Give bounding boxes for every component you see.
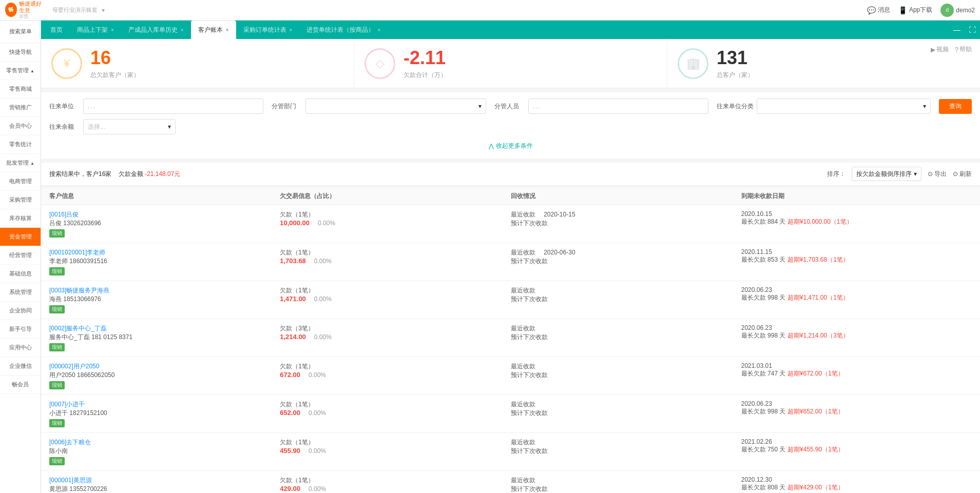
due-date-info: 2020.10.15 最长欠款 884 天 超期¥10,000.00（1笔） (741, 210, 972, 226)
close-icon[interactable]: × (377, 27, 380, 33)
overdue-link[interactable]: 超期¥455.90（1笔） (787, 446, 844, 453)
overdue-link[interactable]: 超期¥1,703.68（1笔） (787, 256, 849, 263)
sidebar-item-ops[interactable]: 经营管理 (0, 246, 41, 265)
top-bar: 畅 畅捷通好生意 示范 母婴行业演示账套 ▾ 💬 消息 📱 App下载 d de… (0, 0, 980, 21)
tab-product-toggle[interactable]: 商品上下架 × (70, 21, 121, 39)
debt-info: 欠款（1笔） 672.00 0.00% (280, 362, 510, 379)
customer-name-link[interactable]: [0001020001]李老师 (49, 249, 105, 256)
sidebar-item-vip-member[interactable]: 畅会员 (0, 376, 41, 394)
sidebar-search-area: 搜索菜单 (0, 21, 41, 43)
stat-card-debtors: ¥ 16 总欠款客户（家） (41, 39, 354, 88)
video-btn[interactable]: ▶ 视频 (931, 45, 949, 54)
customer-name-link[interactable]: [0007]小进千 (49, 401, 85, 408)
sidebar-item-member[interactable]: 会员中心 (0, 117, 41, 135)
overdue-link[interactable]: 超期¥10,000.00（1笔） (787, 218, 853, 225)
filter-input-person[interactable]: ... (528, 98, 708, 114)
tab-purchase-stats[interactable]: 采购订单统计表 × (236, 21, 300, 39)
tab-product-history[interactable]: 产成品入库单历史 × (121, 21, 191, 39)
sidebar-item-enterprise-coop[interactable]: 企业协同 (0, 302, 41, 320)
close-icon[interactable]: × (111, 27, 114, 33)
sidebar-item-ecommerce[interactable]: 电商管理 (0, 172, 41, 191)
debt-value: -2.11 (403, 47, 447, 69)
sidebar-item-retail-stats[interactable]: 零售统计 (0, 135, 41, 154)
help-icon: ? (955, 46, 958, 53)
sidebar-item-enterprise-wechat[interactable]: 企业微信 (0, 357, 41, 376)
tab-customer-account[interactable]: 客户账本 × (191, 21, 236, 39)
customer-tag: 现销 (49, 419, 65, 427)
sidebar-item-retail-mall[interactable]: 零售商城 (0, 80, 41, 98)
debt-info: 欠款（1笔） 1,703.68 0.00% (280, 248, 510, 265)
customer-name-link[interactable]: [000001]黄思源 (49, 477, 92, 484)
user-menu[interactable]: d demo2 (940, 4, 975, 17)
close-icon[interactable]: × (181, 27, 184, 33)
sidebar-item-batch-mgmt[interactable]: 批发管理 ▲ (0, 154, 41, 172)
export-btn[interactable]: ⊙ 导出 (928, 170, 947, 179)
video-icon: ▶ (931, 46, 935, 53)
query-button[interactable]: 查询 (939, 99, 972, 114)
customer-name-link[interactable]: [000002]用户2050 (49, 363, 99, 370)
tab-import-stats[interactable]: 进货单统计表（按商品） × (299, 21, 388, 39)
filter-input-unit[interactable]: ... (83, 98, 263, 114)
col-recovery: 回收情况 (511, 192, 741, 201)
overdue-link[interactable]: 超期¥652.00（1笔） (787, 408, 844, 415)
tabs-maximize-btn[interactable]: ⛶ (967, 26, 978, 34)
filter-select-category[interactable]: ▾ (757, 98, 931, 114)
table-row: [0006]去下粮仓 陈小南 现销 欠款（1笔） 455.90 0.00% (41, 433, 980, 471)
overdue-link[interactable]: 超期¥429.00（1笔） (787, 484, 844, 491)
sidebar-item-finance[interactable]: 资金管理 (0, 228, 41, 246)
tab-home[interactable]: 首页 (43, 21, 70, 39)
due-date-info: 2020.06.23 最长欠款 998 天 超期¥652.00（1笔） (741, 400, 972, 416)
col-customer: 客户信息 (49, 192, 280, 201)
sidebar-item-sys-mgmt[interactable]: 系统管理 (0, 283, 41, 302)
overdue-link[interactable]: 超期¥1,471.00（1笔） (787, 294, 849, 301)
tabs-minimize-btn[interactable]: — (951, 26, 963, 34)
stat-card-debt-total: ◇ -2.11 欠款合计（万） (354, 39, 667, 88)
sidebar-item-retail-mgmt[interactable]: 零售管理 ▲ (0, 62, 41, 80)
customer-phone: 海燕 18513066976 (49, 295, 280, 304)
sidebar: 搜索菜单 快捷导航 零售管理 ▲ 零售商城 营销推广 会员中心 零售统计 批发管… (0, 21, 41, 493)
sidebar-item-quick-nav[interactable]: 快捷导航 (0, 43, 41, 62)
help-btn[interactable]: ? 帮助 (955, 45, 972, 54)
filter-select-balance[interactable]: 选择... ▾ (83, 119, 176, 134)
search-menu-btn[interactable]: 搜索菜单 (0, 25, 41, 38)
recovery-info: 最近收款 预计下次收款 (511, 476, 741, 493)
collapse-row: ⋀ 收起更多条件 (49, 140, 972, 152)
sidebar-item-new-guide[interactable]: 新手引导 (0, 320, 41, 339)
app-download-btn[interactable]: 📱 App下载 (898, 6, 932, 14)
customer-name-link[interactable]: [0002]服务中心_丁磊 (49, 325, 107, 332)
sidebar-item-marketing[interactable]: 营销推广 (0, 98, 41, 117)
table-row: [0002]服务中心_丁磊 服务中心_丁磊 181 0125 8371 现销 欠… (41, 319, 980, 357)
customer-tag: 现销 (49, 343, 65, 351)
logo-area: 畅 畅捷通好生意 示范 (5, 1, 46, 19)
collapse-button[interactable]: ⋀ 收起更多条件 (489, 142, 533, 150)
debt-info: 欠款（1笔） 429.00 0.00% (280, 476, 510, 492)
customer-name-link[interactable]: [0016]吕俊 (49, 211, 79, 218)
customer-name-link[interactable]: [0006]去下粮仓 (49, 439, 91, 446)
customer-phone: 李老师 18600391516 (49, 257, 280, 266)
chevron-down-icon: ▾ (923, 103, 926, 110)
sidebar-item-purchase[interactable]: 采购管理 (0, 191, 41, 209)
sort-select[interactable]: 按欠款金额倒序排序 ▾ (852, 167, 921, 181)
chevron-down-icon: ▲ (30, 161, 34, 166)
table-row: [0016]吕俊 吕俊 13026203696 现销 欠款（1笔） 10,000… (41, 205, 980, 243)
message-btn[interactable]: 💬 消息 (867, 6, 890, 14)
customer-info: [0002]服务中心_丁磊 服务中心_丁磊 181 0125 8371 现销 (49, 324, 280, 351)
overdue-link[interactable]: 超期¥1,214.00（3笔） (787, 332, 849, 339)
filter-label-balance: 往来余额 (49, 123, 80, 131)
debt-info: 欠款（1笔） 10,000.00 0.00% (280, 210, 510, 227)
close-icon[interactable]: × (226, 27, 229, 33)
sidebar-item-inventory[interactable]: 库存核算 (0, 209, 41, 228)
debt-info: 欠款（1笔） 455.90 0.00% (280, 438, 510, 455)
close-icon[interactable]: × (290, 27, 293, 33)
suite-dropdown-icon[interactable]: ▾ (102, 7, 105, 14)
refresh-btn[interactable]: ⊙ 刷新 (953, 170, 972, 179)
results-bar: 搜索结果中，客户16家 欠款金额 -21,148.07元 排序： 按欠款金额倒序… (41, 163, 980, 186)
sidebar-item-app-center[interactable]: 应用中心 (0, 339, 41, 357)
filter-select-dept[interactable]: ▾ (305, 98, 486, 114)
customer-name-link[interactable]: [0003]畅捷服务尹海燕 (49, 287, 109, 294)
overdue-link[interactable]: 超期¥672.00（1笔） (787, 370, 844, 377)
logo-text: 畅捷通好生意 示范 (19, 1, 46, 19)
customers-value: 131 (717, 47, 754, 69)
chevron-up-icon: ⋀ (489, 143, 494, 150)
sidebar-item-basic-info[interactable]: 基础信息 (0, 265, 41, 283)
